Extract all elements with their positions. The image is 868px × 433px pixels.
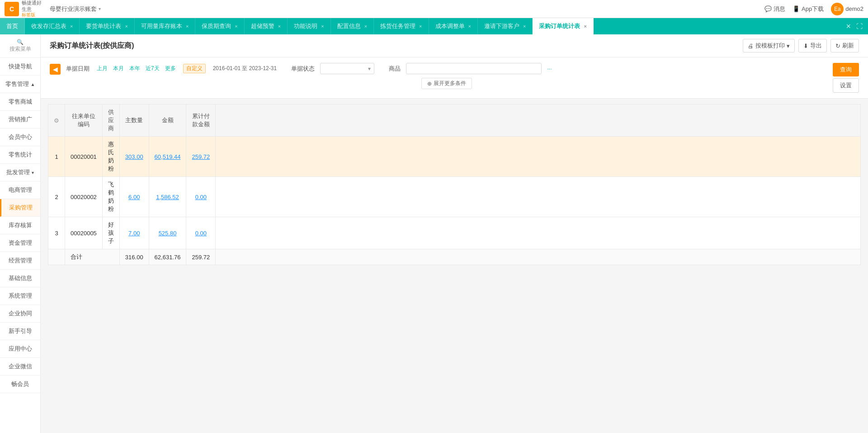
sidebar-item-new-guide[interactable]: 新手引导 [0,323,40,340]
cell-paid-amount[interactable]: 259.72 [186,137,216,177]
sidebar-item-quick-nav[interactable]: 快捷导航 [0,58,40,76]
settings-button[interactable]: 设置 [833,78,859,93]
filter-toggle-button[interactable]: ◀ [50,64,61,75]
sidebar-item-member[interactable]: 会员中心 [0,128,40,146]
tab-func-desc[interactable]: 功能说明 × [288,18,330,34]
tab-overstock-close[interactable]: × [278,24,281,29]
sidebar-item-retail-mgmt[interactable]: 零售管理 ▲ [0,76,40,93]
shortcut-last-month[interactable]: 上月 [95,64,109,73]
tab-period-check[interactable]: 保质期查询 × [195,18,244,34]
cell-extra [216,217,861,249]
sidebar-item-operations[interactable]: 经营管理 [0,252,40,270]
filter-area: ◀ 单据日期 上月 本月 本年 近7天 更多 自定义 2016-01-01 至 [41,57,868,99]
sidebar-item-corp-collab[interactable]: 企业协同 [0,305,40,323]
status-select[interactable] [320,63,374,74]
th-code: 往来单位编码 [65,105,103,137]
tab-collect[interactable]: 收发存汇总表 × [25,18,80,34]
query-button[interactable]: 查询 [833,63,859,76]
sidebar-item-app-center[interactable]: 应用中心 [0,340,40,358]
nav-tabs-bar: 首页 收发存汇总表 × 要货单统计表 × 可用量库存账本 × 保质期查询 × 超… [0,18,868,34]
tab-func-desc-close[interactable]: × [321,24,324,29]
sidebar-item-finance[interactable]: 资金管理 [0,234,40,252]
goods-more-button[interactable]: ··· [547,65,552,72]
th-extra [216,105,861,137]
sidebar-item-inventory[interactable]: 库存核算 [0,217,40,234]
cell-supplier: 惠氏奶粉 [102,137,119,177]
sidebar-item-retail-store[interactable]: 零售商城 [0,93,40,111]
sidebar-item-marketing[interactable]: 营销推广 [0,111,40,128]
cell-supplier: 飞鹤奶粉 [102,177,119,217]
tab-close-all[interactable]: × [844,21,853,32]
cell-amount[interactable]: 60,519.44 [149,137,186,177]
total-label: 合计 [65,249,120,265]
tab-pick-task-close[interactable]: × [419,24,422,29]
cell-quantity[interactable]: 6.00 [119,177,149,217]
cell-quantity[interactable]: 7.00 [119,217,149,249]
tab-available-stock[interactable]: 可用量库存账本 × [135,18,195,34]
filter-action-buttons: 查询 设置 [833,63,859,93]
export-button[interactable]: ⬇ 导出 [798,39,827,52]
cell-supplier: 好孩子 [102,217,119,249]
sidebar-item-corp-wechat[interactable]: 企业微信 [0,358,40,376]
sidebar-item-basic-info[interactable]: 基础信息 [0,270,40,287]
sidebar: 🔍 搜索菜单 快捷导航 零售管理 ▲ 零售商城 营销推广 会员中心 零售统计 批… [0,34,41,433]
tab-invite[interactable]: 邀请下游客户 × [478,18,533,34]
sidebar-item-search[interactable]: 🔍 搜索菜单 [0,34,40,58]
sidebar-item-vip[interactable]: 畅会员 [0,376,40,393]
printer-icon: 🖨 [748,43,754,49]
shortcut-this-year[interactable]: 本年 [127,64,142,73]
sidebar-item-purchase-mgmt[interactable]: 采购管理 [0,199,40,217]
total-amount: 62,631.76 [149,249,186,265]
tab-overstock[interactable]: 超储预警 × [245,18,288,34]
tab-purchase-summary[interactable]: 采购订单统计表 × [533,18,593,34]
user-avatar[interactable]: Ea demo2 [831,3,863,15]
sidebar-item-system-mgmt[interactable]: 系统管理 [0,287,40,305]
status-select-wrapper [320,63,374,74]
column-settings-icon[interactable]: ⚙ [54,117,59,124]
table-row: 3 00020005 好孩子 7.00 525.80 0.00 [48,217,861,249]
store-selector[interactable]: 母婴行业演示账套 ▾ [45,5,764,13]
top-bar: C 畅捷通好生意 标签版 母婴行业演示账套 ▾ 💬 消息 📱 App下载 Ea … [0,0,868,18]
app-download-button[interactable]: 📱 App下载 [793,5,824,13]
date-shortcuts: 上月 本月 本年 近7天 更多 [95,64,178,73]
tab-order-stats[interactable]: 要货单统计表 × [80,18,134,34]
message-button[interactable]: 💬 消息 [764,5,785,13]
tab-cost-adjust-close[interactable]: × [468,24,471,29]
tab-purchase-summary-close[interactable]: × [584,24,586,29]
sidebar-item-retail-stats[interactable]: 零售统计 [0,146,40,164]
expand-row: ⊕ 展开更多条件 [66,78,827,89]
refresh-button[interactable]: ↻ 刷新 [830,39,859,52]
page-actions: 🖨 按模板打印 ▾ ⬇ 导出 ↻ 刷新 [743,39,859,52]
template-print-button[interactable]: 🖨 按模板打印 ▾ [743,39,795,52]
tab-config-info-close[interactable]: × [364,24,367,29]
tab-order-stats-close[interactable]: × [125,24,127,29]
cell-paid-amount[interactable]: 0.00 [186,217,216,249]
tab-cost-adjust[interactable]: 成本调整单 × [429,18,478,34]
th-settings: ⚙ [48,105,65,137]
tab-period-check-close[interactable]: × [235,24,237,29]
tab-actions: × ⛶ [844,21,868,32]
shortcut-more[interactable]: 更多 [163,64,178,73]
shortcut-this-month[interactable]: 本月 [111,64,126,73]
shortcut-last-7-days[interactable]: 近7天 [144,64,161,73]
sidebar-item-wholesale[interactable]: 批发管理 ▾ [0,164,40,181]
cell-amount[interactable]: 525.80 [149,217,186,249]
sidebar-item-ecommerce[interactable]: 电商管理 [0,181,40,199]
tab-available-stock-close[interactable]: × [186,24,189,29]
tab-config-info[interactable]: 配置信息 × [331,18,374,34]
tab-maximize[interactable]: ⛶ [854,22,864,31]
expand-more-button[interactable]: ⊕ 展开更多条件 [421,78,472,89]
tab-pick-task[interactable]: 拣货任务管理 × [374,18,429,34]
tab-home[interactable]: 首页 [0,18,25,34]
tab-invite-close[interactable]: × [523,24,526,29]
table-row: 2 00020002 飞鹤奶粉 6.00 1,586.52 0.00 [48,177,861,217]
cell-code: 00020002 [65,177,103,217]
cell-quantity[interactable]: 303.00 [119,137,149,177]
tab-collect-close[interactable]: × [70,24,73,29]
cell-paid-amount[interactable]: 0.00 [186,177,216,217]
cell-amount[interactable]: 1,586.52 [149,177,186,217]
goods-input[interactable] [406,63,542,74]
total-row: 合计 316.00 62,631.76 259.72 [48,249,861,265]
date-label: 单据日期 [66,65,90,73]
cell-code: 00020005 [65,217,103,249]
